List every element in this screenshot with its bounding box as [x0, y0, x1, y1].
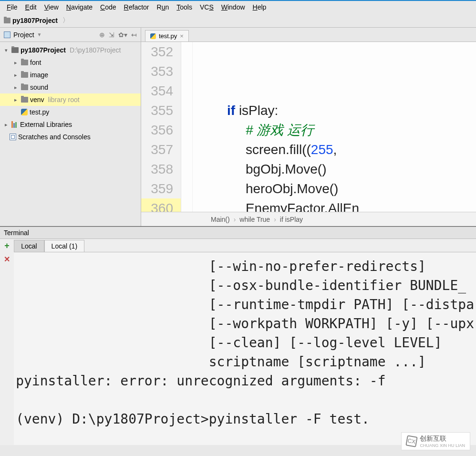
- terminal-sidebar: + ✕: [0, 239, 14, 445]
- menu-navigate[interactable]: Navigate: [62, 2, 96, 12]
- tree-item-image[interactable]: ▸ image: [0, 69, 141, 81]
- watermark: CX 创新互联 CHUANG XIN HU LIAN: [401, 432, 470, 450]
- folder-icon: [21, 84, 28, 90]
- watermark-sub: CHUANG XIN HU LIAN: [420, 443, 465, 448]
- breadcrumb-root-label: py1807Project: [12, 17, 58, 24]
- tree-label: Scratches and Consoles: [18, 133, 91, 141]
- menu-help[interactable]: Help: [249, 2, 270, 12]
- terminal-tab-local1[interactable]: Local (1): [44, 240, 84, 252]
- menu-file[interactable]: File: [3, 2, 21, 12]
- watermark-logo-icon: CX: [406, 435, 418, 447]
- chevron-down-icon[interactable]: ▾: [3, 47, 10, 53]
- breadcrumb-root[interactable]: py1807Project 〉: [4, 16, 69, 25]
- project-icon: [4, 31, 10, 38]
- menu-tools[interactable]: Tools: [173, 2, 196, 12]
- menu-view[interactable]: View: [41, 2, 62, 12]
- nav-item[interactable]: while True: [239, 216, 270, 223]
- chevron-right-icon[interactable]: ▸: [12, 84, 19, 91]
- editor-tab-testpy[interactable]: test.py ×: [145, 30, 189, 41]
- tree-item-font[interactable]: ▸ font: [0, 56, 141, 69]
- menu-window[interactable]: Window: [217, 2, 249, 12]
- chevron-right-icon: ›: [234, 216, 236, 223]
- terminal-header[interactable]: Terminal: [0, 227, 476, 239]
- editor-tab-label: test.py: [159, 32, 177, 40]
- editor-tabs: test.py ×: [141, 28, 476, 42]
- python-file-icon: [150, 33, 156, 39]
- folder-icon: [21, 72, 28, 78]
- python-file-icon: [21, 109, 28, 115]
- menu-vcs[interactable]: VCS: [196, 2, 217, 12]
- tree-item-venv[interactable]: ▸ venv library root: [0, 93, 141, 106]
- gear-icon[interactable]: ✿▾: [118, 31, 127, 39]
- watermark-main: 创新互联: [420, 435, 465, 443]
- tree-label: image: [30, 71, 48, 79]
- chevron-right-icon[interactable]: ▸: [12, 97, 19, 103]
- fold-gutter: [181, 42, 193, 212]
- chevron-right-icon[interactable]: ▸: [12, 72, 19, 78]
- tree-root-path: D:\py1807Project: [70, 46, 121, 54]
- code-area[interactable]: 352 353 354 355 356 357 358 359 360 if i…: [141, 42, 476, 212]
- folder-icon: [11, 47, 19, 53]
- tree-label: External Libraries: [20, 121, 72, 128]
- chevron-right-icon: 〉: [62, 16, 69, 25]
- tree-label: venv: [30, 96, 44, 104]
- menu-refactor[interactable]: Refactor: [120, 2, 153, 12]
- tree-item-testpy[interactable]: test.py: [0, 106, 141, 118]
- sidebar-header: Project ▼ ⊕ ⇲ ✿▾ ↤: [0, 28, 141, 42]
- collapse-icon[interactable]: ⇲: [109, 31, 114, 39]
- folder-icon: [4, 18, 10, 23]
- hide-icon[interactable]: ↤: [131, 31, 137, 39]
- scratch-icon: [10, 134, 16, 140]
- folder-icon: [21, 97, 28, 103]
- nav-item[interactable]: if isPlay: [280, 216, 303, 223]
- tree-label: sound: [30, 83, 48, 91]
- tree-external-libraries[interactable]: ▸ External Libraries: [0, 118, 141, 131]
- line-gutter: 352 353 354 355 356 357 358 359 360: [141, 42, 181, 212]
- project-tree: ▾ py1807Project D:\py1807Project ▸ font …: [0, 42, 141, 145]
- tree-root-name: py1807Project: [21, 46, 66, 54]
- library-icon: [11, 121, 18, 128]
- dropdown-icon[interactable]: ▼: [37, 32, 42, 37]
- terminal-panel: Terminal + ✕ Local Local (1) [--win-no-p…: [0, 226, 476, 445]
- tree-scratches[interactable]: Scratches and Consoles: [0, 131, 141, 143]
- terminal-title: Terminal: [4, 229, 29, 237]
- code-text[interactable]: if isPlay: # 游戏 运行 screen.fill((255, bgO…: [193, 42, 476, 212]
- tree-label: test.py: [30, 108, 49, 116]
- tree-hint: library root: [48, 96, 80, 104]
- nav-breadcrumb: Main() › while True › if isPlay: [141, 212, 476, 226]
- chevron-right-icon[interactable]: ▸: [12, 60, 19, 66]
- tree-label: font: [30, 59, 41, 66]
- tree-item-sound[interactable]: ▸ sound: [0, 81, 141, 93]
- project-sidebar: Project ▼ ⊕ ⇲ ✿▾ ↤ ▾ py1807Project D:\py…: [0, 28, 141, 226]
- close-icon[interactable]: ×: [180, 32, 184, 40]
- terminal-tabs: Local Local (1): [14, 239, 476, 252]
- chevron-right-icon: ›: [274, 216, 276, 223]
- target-icon[interactable]: ⊕: [99, 31, 105, 39]
- folder-icon: [21, 60, 28, 65]
- close-terminal-icon[interactable]: ✕: [4, 255, 10, 264]
- breadcrumb-bar: py1807Project 〉: [0, 13, 476, 28]
- chevron-right-icon[interactable]: ▸: [3, 122, 10, 128]
- terminal-output[interactable]: [--win-no-prefer-redirects] [--osx-bundl…: [14, 252, 476, 445]
- menubar: File Edit View Navigate Code Refactor Ru…: [0, 0, 476, 13]
- nav-item[interactable]: Main(): [211, 216, 230, 223]
- tree-root[interactable]: ▾ py1807Project D:\py1807Project: [0, 44, 141, 56]
- editor-area: test.py × 352 353 354 355 356 357 358 35…: [141, 28, 476, 226]
- menu-run[interactable]: Run: [153, 2, 173, 12]
- add-terminal-icon[interactable]: +: [4, 241, 10, 251]
- menu-edit[interactable]: Edit: [21, 2, 41, 12]
- menu-code[interactable]: Code: [96, 2, 120, 12]
- terminal-tab-local[interactable]: Local: [14, 240, 44, 252]
- sidebar-title: Project: [13, 31, 34, 39]
